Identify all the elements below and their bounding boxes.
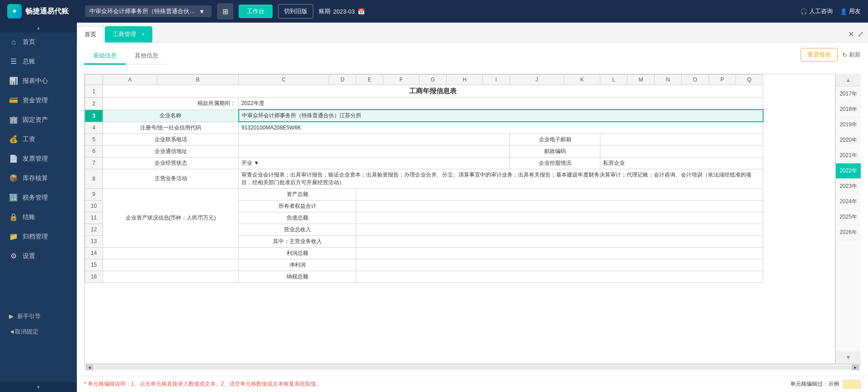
table-cell[interactable] bbox=[356, 235, 763, 247]
table-cell[interactable] bbox=[600, 134, 763, 145]
table-cell[interactable] bbox=[239, 145, 510, 157]
reset-report-button[interactable]: 重置报表 bbox=[801, 48, 838, 62]
close-accounts-icon: 🔒 bbox=[9, 213, 18, 221]
table-cell[interactable]: 私营企业 bbox=[600, 157, 763, 169]
sidebar-item-invoice[interactable]: 📄 发票管理 bbox=[0, 149, 77, 168]
col-header-p: P bbox=[709, 75, 736, 85]
year-item-2019[interactable]: 2019年 bbox=[836, 117, 861, 133]
sidebar-item-settings[interactable]: ⚙ 设置 bbox=[0, 246, 77, 266]
sidebar-scroll-down[interactable]: ▼ bbox=[0, 382, 77, 392]
user-menu[interactable]: 👤 用友 bbox=[840, 7, 861, 15]
sidebar-item-close[interactable]: 🔒 结账 bbox=[0, 207, 77, 227]
sidebar-item-label: 税务管理 bbox=[23, 194, 48, 202]
sidebar-item-label: 归档管理 bbox=[23, 233, 48, 241]
sidebar-item-ledger[interactable]: ☰ 总账 bbox=[0, 52, 77, 71]
sidebar-item-report[interactable]: 📊 报表中心 bbox=[0, 71, 77, 91]
table-cell: 负债总额 bbox=[239, 212, 356, 224]
tab-home[interactable]: 首页 bbox=[77, 26, 104, 43]
unpin-sidebar[interactable]: ◄取消固定 bbox=[0, 324, 77, 339]
sidebar-item-label: 工资 bbox=[23, 135, 35, 143]
sidebar-item-tax[interactable]: 🔢 税务管理 bbox=[0, 188, 77, 207]
home-icon: ⌂ bbox=[9, 38, 18, 46]
tab-active[interactable]: 工商管理 × bbox=[105, 26, 152, 43]
spreadsheet-container[interactable]: A B C D E F G H I J K L bbox=[84, 74, 835, 364]
year-item-2021[interactable]: 2021年 bbox=[836, 148, 861, 163]
sidebar-item-home[interactable]: ⌂ 首页 bbox=[0, 33, 77, 52]
table-cell[interactable] bbox=[600, 145, 763, 157]
archive-icon: 📁 bbox=[9, 232, 18, 241]
horizontal-scrollbar[interactable]: ◄ ► bbox=[84, 364, 861, 370]
year-panel-down[interactable]: ▼ bbox=[836, 351, 861, 364]
table-cell: 所有者权益合计 bbox=[239, 200, 356, 212]
scroll-right-btn[interactable]: ► bbox=[852, 365, 859, 370]
app-name: 畅捷通易代账 bbox=[25, 7, 69, 16]
ai-consult[interactable]: 🎧 人工咨询 bbox=[800, 7, 833, 15]
row-header: 3 bbox=[85, 110, 103, 122]
table-cell[interactable]: 91320100MA208E5W6K bbox=[239, 122, 763, 134]
cell-example bbox=[843, 380, 861, 389]
table-row: 14 利润总额 bbox=[85, 247, 763, 259]
year-item-2023[interactable]: 2023年 bbox=[836, 179, 861, 194]
table-cell[interactable] bbox=[356, 212, 763, 224]
table-cell[interactable] bbox=[356, 224, 763, 235]
col-header-a: A bbox=[103, 75, 157, 85]
sidebar-item-label: 资金管理 bbox=[23, 96, 48, 105]
table-cell[interactable]: 审查企业会计报表；出具审计报告；验证企业资本；出具验资报告；办理企业合并、分立、… bbox=[239, 169, 763, 188]
year-item-2020[interactable]: 2020年 bbox=[836, 133, 861, 148]
tax-icon: 🔢 bbox=[9, 193, 18, 202]
year-item-2025[interactable]: 2025年 bbox=[836, 210, 861, 225]
table-cell[interactable]: 2022年度 bbox=[239, 98, 763, 110]
sub-tabs: 基础信息 其他信息 bbox=[84, 48, 167, 65]
sidebar-scroll-up[interactable]: ▲ bbox=[0, 23, 77, 33]
col-header-i: I bbox=[483, 75, 510, 85]
tab-bar-controls: ✕ ⤢ bbox=[844, 30, 868, 42]
table-cell[interactable]: 开业 ▼ bbox=[239, 157, 510, 169]
calendar-icon[interactable]: 📅 bbox=[358, 8, 365, 15]
row-header: 16 bbox=[85, 271, 103, 282]
year-panel: ▲ 2017年 2018年 2019年 2020年 2021年 2022年 20… bbox=[835, 74, 861, 364]
tab-close-icon[interactable]: × bbox=[142, 31, 145, 38]
table-cell[interactable] bbox=[356, 259, 763, 271]
year-item-2017[interactable]: 2017年 bbox=[836, 86, 861, 102]
table-cell[interactable] bbox=[356, 188, 763, 200]
year-panel-up[interactable]: ▲ bbox=[836, 74, 861, 86]
sidebar-item-finance[interactable]: 💳 资金管理 bbox=[0, 91, 77, 110]
table-cell[interactable]: 工商年报信息表 bbox=[103, 85, 763, 98]
year-item-2018[interactable]: 2018年 bbox=[836, 102, 861, 117]
scroll-left-btn[interactable]: ◄ bbox=[86, 365, 93, 370]
table-cell[interactable]: 中审众环会计师事务所（特殊普通合伙）江苏分所 bbox=[239, 110, 763, 122]
sidebar-item-fixed[interactable]: 🏢 固定资产 bbox=[0, 110, 77, 129]
status-bar: * 单元格编辑说明：1、点击单元格直接录入数值或文本。2、清空单元格数值或文本恢… bbox=[77, 376, 868, 392]
workbench-button[interactable]: 工作台 bbox=[239, 5, 273, 18]
new-user-guide[interactable]: ▶ 新手引导 bbox=[0, 309, 77, 324]
toolbar: 重置报表 ↻ 刷新 bbox=[801, 48, 861, 62]
refresh-button[interactable]: ↻ 刷新 bbox=[842, 51, 861, 59]
table-cell[interactable] bbox=[356, 247, 763, 259]
close-tab-btn[interactable]: ✕ bbox=[848, 30, 854, 38]
sidebar-item-label: 报表中心 bbox=[23, 77, 48, 85]
table-cell[interactable] bbox=[356, 271, 763, 282]
tab-bar: 首页 工商管理 × ✕ ⤢ bbox=[77, 23, 868, 43]
cell-edit-label: 单元格编辑过：示例 bbox=[790, 380, 839, 388]
sub-tab-other[interactable]: 其他信息 bbox=[126, 48, 167, 65]
year-item-2022[interactable]: 2022年 bbox=[836, 163, 861, 179]
old-version-button[interactable]: 切到旧版 bbox=[278, 4, 313, 19]
col-header-f: F bbox=[383, 75, 420, 85]
sub-tab-basic[interactable]: 基础信息 bbox=[84, 48, 126, 65]
sidebar-item-archive[interactable]: 📁 归档管理 bbox=[0, 227, 77, 246]
company-selector[interactable]: 中审众环会计师事务所（特殊普通合伙… ▼ bbox=[85, 5, 212, 17]
table-cell: 企业控股情况 bbox=[510, 157, 600, 169]
year-item-2024[interactable]: 2024年 bbox=[836, 194, 861, 210]
scroll-track[interactable] bbox=[95, 366, 850, 369]
sidebar-item-label: 固定资产 bbox=[23, 116, 48, 124]
table-cell[interactable] bbox=[239, 134, 510, 145]
year-item-2026[interactable]: 2026年 bbox=[836, 225, 861, 240]
company-icon-btn[interactable]: ⊞ bbox=[217, 3, 233, 19]
sidebar-item-inventory[interactable]: 📦 库存核算 bbox=[0, 168, 77, 188]
table-cell: 企业名称 bbox=[103, 110, 239, 122]
expand-tab-btn[interactable]: ⤢ bbox=[858, 30, 863, 38]
table-row: 4 注册号/统一社会信用代码 91320100MA208E5W6K bbox=[85, 122, 763, 134]
sidebar-item-salary[interactable]: 💰 工资 bbox=[0, 129, 77, 149]
table-cell[interactable] bbox=[356, 200, 763, 212]
table-cell: 利润总额 bbox=[239, 247, 356, 259]
